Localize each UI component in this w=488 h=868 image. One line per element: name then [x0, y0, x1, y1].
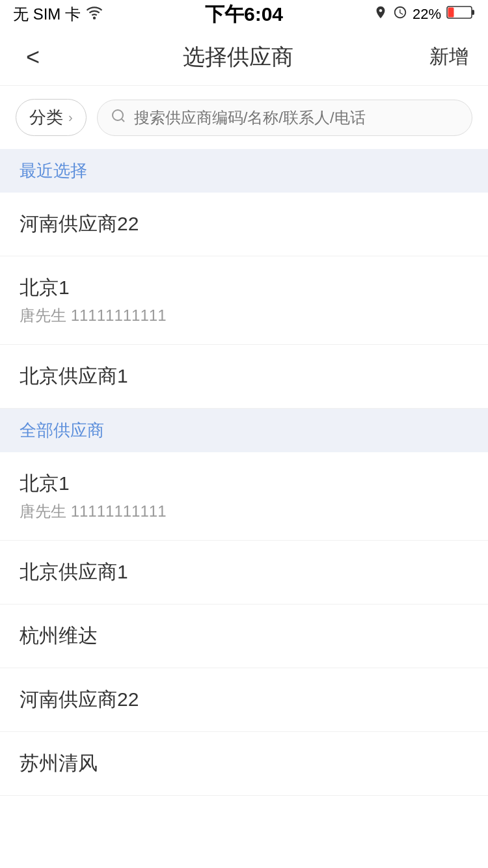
svg-point-4 — [113, 110, 123, 120]
item-name: 北京1 — [20, 470, 468, 497]
search-box[interactable] — [97, 100, 472, 136]
battery-icon — [446, 5, 475, 23]
status-right: 22% — [373, 5, 475, 23]
item-name: 北京供应商1 — [20, 363, 468, 390]
all-items-list: 北京1 唐先生 11111111111 北京供应商1 杭州维达 河南供应商22 … — [0, 452, 488, 796]
location-icon — [373, 5, 388, 23]
no-sim-text: 无 SIM 卡 — [13, 4, 81, 25]
list-item[interactable]: 河南供应商22 — [0, 668, 488, 732]
status-left: 无 SIM 卡 — [13, 4, 103, 25]
item-name: 杭州维达 — [20, 623, 468, 649]
svg-rect-3 — [448, 8, 454, 18]
search-icon — [111, 108, 126, 128]
list-item[interactable]: 杭州维达 — [0, 604, 488, 668]
category-label: 分类 — [29, 106, 63, 129]
recent-items-list: 河南供应商22 北京1 唐先生 11111111111 北京供应商1 — [0, 193, 488, 409]
list-item[interactable]: 苏州清风 — [0, 732, 488, 796]
recent-section-label: 最近选择 — [20, 161, 87, 180]
page-title: 选择供应商 — [183, 42, 293, 72]
list-item[interactable]: 北京供应商1 — [0, 345, 488, 409]
list-item[interactable]: 北京1 唐先生 11111111111 — [0, 452, 488, 541]
item-name: 北京供应商1 — [20, 559, 468, 586]
item-name: 河南供应商22 — [20, 211, 468, 237]
back-button[interactable]: < — [20, 37, 46, 77]
list-item[interactable]: 北京1 唐先生 11111111111 — [0, 256, 488, 345]
item-detail: 唐先生 11111111111 — [20, 305, 468, 326]
list-item[interactable]: 北京供应商1 — [0, 541, 488, 604]
svg-point-0 — [94, 17, 95, 18]
all-section-header: 全部供应商 — [0, 409, 488, 452]
nav-bar: < 选择供应商 新增 — [0, 29, 488, 86]
item-detail: 唐先生 11111111111 — [20, 501, 468, 522]
svg-rect-2 — [472, 10, 474, 15]
list-item[interactable]: 河南供应商22 — [0, 193, 488, 256]
item-name: 河南供应商22 — [20, 686, 468, 713]
category-button[interactable]: 分类 › — [16, 99, 87, 136]
wifi-icon — [86, 4, 103, 25]
all-section-label: 全部供应商 — [20, 420, 104, 440]
filter-bar: 分类 › — [0, 86, 488, 149]
status-time: 下午6:04 — [205, 1, 283, 28]
search-input[interactable] — [134, 109, 459, 127]
battery-text: 22% — [413, 6, 441, 23]
add-button[interactable]: 新增 — [429, 44, 468, 70]
chevron-right-icon: › — [68, 110, 73, 125]
item-name: 北京1 — [20, 275, 468, 301]
item-name: 苏州清风 — [20, 750, 468, 777]
status-bar: 无 SIM 卡 下午6:04 22% — [0, 0, 488, 29]
alarm-icon — [393, 5, 407, 23]
recent-section-header: 最近选择 — [0, 149, 488, 193]
